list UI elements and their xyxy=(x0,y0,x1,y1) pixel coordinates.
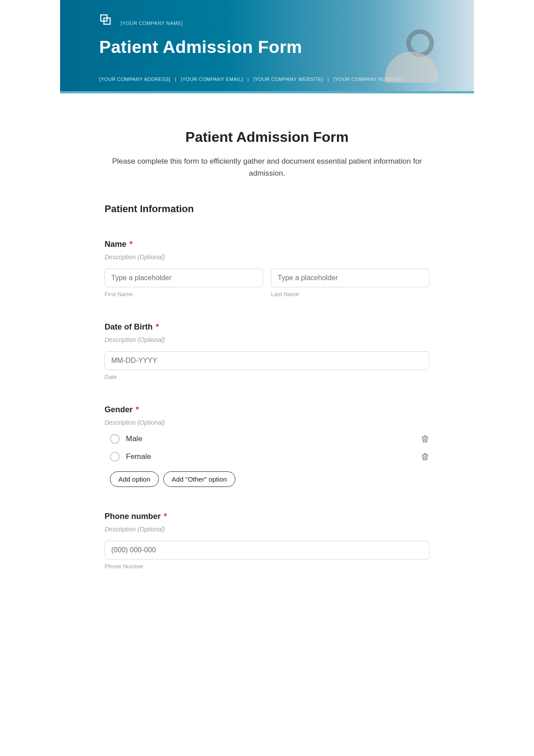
form-title: Patient Admission Form xyxy=(105,129,429,145)
company-address: [YOUR COMPANY ADDRESS] xyxy=(99,76,170,82)
required-mark: * xyxy=(156,322,159,331)
required-mark: * xyxy=(129,240,133,249)
gender-label: Gender * xyxy=(105,405,429,414)
section-patient-information: Patient Information xyxy=(105,203,429,215)
required-mark: * xyxy=(164,512,167,521)
first-name-input[interactable] xyxy=(105,269,263,287)
required-mark: * xyxy=(136,405,139,414)
add-other-option-button[interactable]: Add "Other" option xyxy=(163,471,235,487)
company-name: [YOUR COMPANY NAME] xyxy=(121,20,435,26)
last-name-sublabel: Last Name xyxy=(271,291,429,298)
company-logo-icon xyxy=(99,13,112,26)
company-website: [YOUR COMPANY WEBSITE] xyxy=(253,76,323,82)
dob-input[interactable] xyxy=(105,351,429,370)
gender-option-male: Male xyxy=(105,434,429,444)
field-gender: Gender * Description (Optional) Male Fem… xyxy=(105,405,429,487)
dob-sublabel: Date xyxy=(105,374,429,380)
trash-icon xyxy=(421,452,429,461)
banner-info: [YOUR COMPANY ADDRESS]|[YOUR COMPANY EMA… xyxy=(99,76,435,82)
dob-description[interactable]: Description (Optional) xyxy=(105,336,429,343)
gender-radio-male[interactable] xyxy=(110,434,120,444)
trash-icon xyxy=(421,434,429,443)
phone-description[interactable]: Description (Optional) xyxy=(105,526,429,533)
banner-header: [YOUR COMPANY NAME] Patient Admission Fo… xyxy=(60,0,474,93)
field-dob: Date of Birth * Description (Optional) D… xyxy=(105,322,429,380)
dob-label: Date of Birth * xyxy=(105,322,429,332)
banner-title: Patient Admission Form xyxy=(99,37,435,57)
delete-option-button[interactable] xyxy=(421,434,429,443)
gender-radio-female[interactable] xyxy=(110,452,120,462)
form-description: Please complete this form to efficiently… xyxy=(109,155,425,179)
phone-label: Phone number * xyxy=(105,512,429,521)
name-description[interactable]: Description (Optional) xyxy=(105,253,429,261)
phone-sublabel: Phone Number xyxy=(105,563,429,570)
phone-input[interactable] xyxy=(105,541,429,559)
name-label: Name * xyxy=(105,240,429,249)
delete-option-button[interactable] xyxy=(421,452,429,461)
gender-option-female: Female xyxy=(105,452,429,462)
company-email: [YOUR COMPANY EMAIL] xyxy=(181,76,243,82)
field-phone: Phone number * Description (Optional) Ph… xyxy=(105,512,429,570)
add-option-button[interactable]: Add option xyxy=(110,471,159,487)
gender-option-label[interactable]: Male xyxy=(126,434,421,443)
field-name: Name * Description (Optional) First Name… xyxy=(105,240,429,298)
last-name-input[interactable] xyxy=(271,269,429,287)
gender-option-label[interactable]: Female xyxy=(126,452,421,461)
first-name-sublabel: First Name xyxy=(105,291,263,298)
gender-description[interactable]: Description (Optional) xyxy=(105,419,429,426)
company-number: [YOUR COMPANY NUMBER] xyxy=(333,76,402,82)
